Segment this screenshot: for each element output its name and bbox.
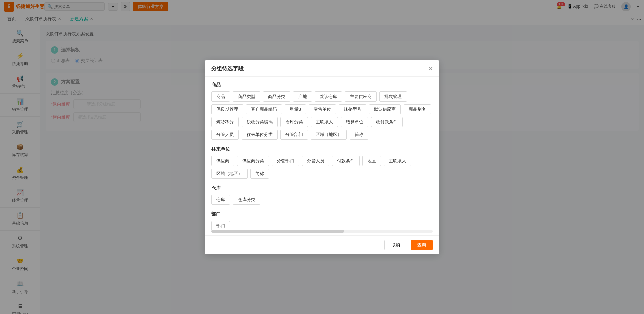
modal-horizontal-scrollbar[interactable] [211,230,433,233]
field-tag[interactable]: 炼货积分 [211,117,239,127]
field-tags-department: 部门 [211,221,433,230]
field-tag[interactable]: 规格型号 [339,104,366,114]
modal-header: 分组待选字段 ✕ [205,60,439,77]
modal-close-button[interactable]: ✕ [428,66,433,72]
cancel-button[interactable]: 取消 [384,240,407,250]
field-tag[interactable]: 区域（地区） [311,130,347,140]
field-tag[interactable]: 简称 [350,130,368,140]
modal-overlay: 分组待选字段 ✕ 商品 商品 商品类型 商品分类 产地 默认仓库 主要供应商 [40,25,644,314]
section-title-department: 部门 [211,211,433,217]
field-tag[interactable]: 往来单位分类 [241,130,278,140]
modal-title: 分组待选字段 [211,65,244,72]
field-tag[interactable]: 批次管理 [379,91,407,102]
field-tag[interactable]: 产地 [293,91,312,102]
section-department: 部门 部门 [211,211,433,230]
field-selection-modal: 分组待选字段 ✕ 商品 商品 商品类型 商品分类 产地 默认仓库 主要供应商 [205,60,439,254]
field-tag[interactable]: 仓库分类 [280,117,308,127]
field-tag[interactable]: 收付款条件 [371,117,403,127]
field-tags-partner: 供应商 供应商分类 分管部门 分管人员 付款条件 地区 主联系人 区域（地区） … [211,156,433,179]
field-tag[interactable]: 税收分类编码 [241,117,278,127]
field-tag[interactable]: 零售单位 [309,104,336,114]
field-tag[interactable]: 部门 [211,221,230,230]
field-tag[interactable]: 供应商 [211,156,234,166]
section-title-warehouse: 仓库 [211,185,433,191]
field-tag[interactable]: 结算单位 [341,117,368,127]
content-area: 采购订单执行表方案设置 1 选择模板 汇总表 交叉统计表 2 方案配置 汇总粒度… [40,25,644,314]
field-tag[interactable]: 商品类型 [233,91,260,102]
section-title-product: 商品 [211,82,433,88]
field-tag[interactable]: 供应商分类 [237,156,269,166]
main-layout: 🔍 搜索菜单 ⚡ 快捷导航 📢 营销推广 📊 销售管理 🛒 采购管理 📦 库存核… [0,25,644,314]
field-tag[interactable]: 主联系人 [384,156,411,166]
field-tag[interactable]: 客户商品编码 [246,104,282,114]
field-tag[interactable]: 重量3 [285,104,306,114]
field-tag[interactable]: 分管人员 [302,156,329,166]
field-tag[interactable]: 付款条件 [332,156,360,166]
field-tag[interactable]: 主联系人 [311,117,338,127]
section-warehouse: 仓库 仓库 仓库分类 [211,185,433,205]
field-tag[interactable]: 主要供应商 [345,91,377,102]
field-tag[interactable]: 商品 [211,91,230,102]
field-tag[interactable]: 分管人员 [211,130,239,140]
field-tags-warehouse: 仓库 仓库分类 [211,195,433,205]
field-tag[interactable]: 区域（地区） [211,169,248,179]
field-tag[interactable]: 保质期管理 [211,104,243,114]
field-tag[interactable]: 仓库 [211,195,230,205]
field-tag[interactable]: 仓库分类 [233,195,260,205]
field-tag[interactable]: 地区 [362,156,381,166]
field-tag[interactable]: 商品分类 [263,91,290,102]
confirm-button[interactable]: 查询 [411,240,433,250]
field-tag[interactable]: 商品别名 [404,104,431,114]
field-tag[interactable]: 默认供应商 [369,104,401,114]
field-tag[interactable]: 分管部门 [272,156,299,166]
field-tag[interactable]: 简称 [250,169,269,179]
section-partner: 往来单位 供应商 供应商分类 分管部门 分管人员 付款条件 地区 主联系人 区域… [211,146,433,179]
modal-footer: 取消 查询 [205,235,439,254]
field-tag[interactable]: 分管部门 [280,130,308,140]
section-title-partner: 往来单位 [211,146,433,152]
field-tag[interactable]: 默认仓库 [315,91,342,102]
field-tags-product: 商品 商品类型 商品分类 产地 默认仓库 主要供应商 批次管理 保质期管理 客户… [211,91,433,140]
section-product: 商品 商品 商品类型 商品分类 产地 默认仓库 主要供应商 批次管理 保质期管理… [211,82,433,140]
modal-body[interactable]: 商品 商品 商品类型 商品分类 产地 默认仓库 主要供应商 批次管理 保质期管理… [205,77,439,230]
hscroll-thumb [211,230,344,233]
